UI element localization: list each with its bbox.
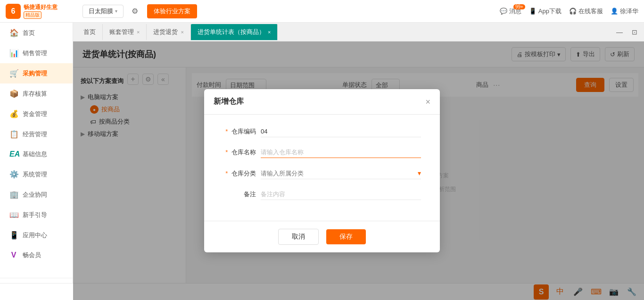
- sidebar-item-inventory[interactable]: 📦 库存核算: [0, 83, 73, 104]
- tab-account[interactable]: 账套管理 ×: [103, 24, 147, 40]
- warehouse-name-row: * 仓库名称: [223, 147, 421, 158]
- sidebar-label-finance: 资金管理: [23, 110, 47, 118]
- tab-bar-controls: — ⊡: [614, 26, 640, 38]
- user-avatar-icon: 👤: [611, 8, 618, 15]
- sidebar-label-basic-info: 基础信息: [23, 150, 47, 158]
- vip-icon: V: [9, 251, 18, 259]
- tab-close-purchase-stat[interactable]: ×: [268, 29, 271, 35]
- warehouse-category-label: * 仓库分类: [223, 169, 261, 178]
- warehouse-code-label: * 仓库编码: [223, 127, 261, 136]
- warehouse-note-input[interactable]: [261, 189, 421, 200]
- finance-icon: 💰: [9, 109, 18, 118]
- tab-maximize-icon[interactable]: ⊡: [629, 26, 640, 38]
- store-selector[interactable]: 日太阳膜 ▾: [83, 5, 124, 18]
- sidebar-item-basic-info[interactable]: EA 基础信息: [0, 144, 73, 164]
- tab-close-purchase-return[interactable]: ×: [181, 29, 183, 35]
- warehouse-code-input[interactable]: [261, 126, 421, 137]
- modal-body: * 仓库编码 * 仓库名称: [204, 115, 440, 221]
- cancel-button[interactable]: 取消: [278, 229, 319, 245]
- purchase-icon: 🛒: [9, 69, 18, 78]
- warehouse-category-row: * 仓库分类 ▾: [223, 167, 421, 179]
- logo-text: 畅捷通好生意 精品版: [24, 3, 58, 19]
- sidebar-item-operations[interactable]: 📋 经营管理: [0, 124, 73, 144]
- home-icon: 🏠: [9, 28, 18, 37]
- tab-minimize-icon[interactable]: —: [614, 26, 625, 38]
- sidebar-item-enterprise[interactable]: 🏢 企业协同: [0, 184, 73, 205]
- enterprise-icon: 🏢: [9, 190, 18, 199]
- message-icon: 💬: [500, 8, 507, 15]
- sidebar-label-sales: 销售管理: [23, 49, 47, 58]
- online-service-button[interactable]: 🎧 在线客服: [569, 7, 603, 16]
- tab-close-account[interactable]: ×: [137, 29, 140, 35]
- purchase-stat-tab-label: 进货单统计表（按商品）: [198, 28, 265, 36]
- sidebar-item-vip[interactable]: V 畅会员: [0, 245, 73, 265]
- app-center-icon: 📱: [9, 231, 18, 240]
- modal-close-button[interactable]: ×: [425, 98, 430, 106]
- sidebar-label-system: 系统管理: [23, 170, 47, 179]
- app-logo-icon: 6: [6, 4, 21, 19]
- sidebar-item-app-center[interactable]: 📱 应用中心: [0, 225, 73, 245]
- top-header: 6 畅捷通好生意 精品版 日太阳膜 ▾ ⚙ 体验行业方案 💬 消息 99+ 📱 …: [0, 0, 644, 23]
- warehouse-note-row: 备注: [223, 189, 421, 200]
- tab-purchase-stat[interactable]: 进货单统计表（按商品） ×: [191, 24, 278, 40]
- inventory-icon: 📦: [9, 89, 18, 98]
- app-download-button[interactable]: 📱 App下载: [529, 7, 561, 16]
- sidebar-item-finance[interactable]: 💰 资金管理: [0, 104, 73, 124]
- warehouse-category-select[interactable]: ▾: [261, 167, 421, 179]
- tab-bar: 首页 账套管理 × 进货退货 × 进货单统计表（按商品） × — ⊡: [73, 23, 644, 42]
- category-dropdown-icon[interactable]: ▾: [418, 169, 421, 177]
- page-area: 进货单统计(按商品) 🖨 按模板打印 ▾ ⬆ 导出 ↺ 刷新: [73, 42, 644, 300]
- modal-overlay: 新增仓库 × * 仓库编码 *: [73, 42, 644, 300]
- header-right: 💬 消息 99+ 📱 App下载 🎧 在线客服 👤 徐泽华: [500, 7, 638, 16]
- message-badge: 99+: [513, 4, 525, 9]
- home-tab-label: 首页: [83, 28, 96, 36]
- sales-icon: 📊: [9, 49, 18, 58]
- warehouse-name-label: * 仓库名称: [223, 148, 261, 157]
- logo-area: 6 畅捷通好生意 精品版: [6, 3, 79, 19]
- basic-info-icon: EA: [9, 150, 18, 158]
- modal-header: 新增仓库 ×: [204, 89, 440, 115]
- store-arrow-icon: ▾: [115, 8, 117, 14]
- mobile-icon: 📱: [529, 8, 537, 15]
- sidebar-label-inventory: 库存核算: [23, 90, 47, 98]
- logo-badge: 精品版: [24, 11, 41, 19]
- sidebar: 🏠 首页 📊 销售管理 🛒 采购管理 📦 库存核算 💰 资金管理 📋 经营管理 …: [0, 23, 73, 300]
- sidebar-item-guide[interactable]: 📖 新手引导: [0, 205, 73, 225]
- sidebar-item-sales[interactable]: 📊 销售管理: [0, 43, 73, 63]
- headset-icon: 🎧: [569, 8, 577, 15]
- sidebar-label-home: 首页: [23, 29, 35, 37]
- warehouse-note-label: 备注: [223, 190, 261, 199]
- modal-title: 新增仓库: [214, 97, 244, 107]
- messages-button[interactable]: 💬 消息 99+: [500, 7, 521, 16]
- tab-purchase-return[interactable]: 进货退货 ×: [147, 24, 190, 40]
- tab-home[interactable]: 首页: [77, 24, 103, 40]
- guide-icon: 📖: [9, 210, 18, 219]
- sidebar-label-purchase: 采购管理: [23, 69, 47, 78]
- warehouse-category-input[interactable]: [261, 170, 418, 177]
- sidebar-label-operations: 经营管理: [23, 130, 47, 139]
- main-content: 首页 账套管理 × 进货退货 × 进货单统计表（按商品） × — ⊡ 进货单统计…: [73, 23, 644, 300]
- settings-icon[interactable]: ⚙: [127, 4, 142, 19]
- sidebar-label-guide: 新手引导: [23, 211, 47, 219]
- store-name: 日太阳膜: [89, 7, 113, 16]
- save-button[interactable]: 保存: [326, 229, 366, 244]
- purchase-return-tab-label: 进货退货: [153, 28, 178, 36]
- sidebar-item-system[interactable]: ⚙️ 系统管理: [0, 164, 73, 184]
- modal-footer: 取消 保存: [204, 221, 440, 252]
- sidebar-label-vip: 畅会员: [23, 251, 41, 259]
- sidebar-label-enterprise: 企业协同: [23, 191, 47, 199]
- system-icon: ⚙️: [9, 170, 18, 179]
- new-warehouse-modal: 新增仓库 × * 仓库编码 *: [204, 89, 440, 252]
- sidebar-label-app-center: 应用中心: [23, 231, 47, 240]
- warehouse-name-input[interactable]: [261, 147, 421, 158]
- sidebar-item-home[interactable]: 🏠 首页: [0, 23, 73, 43]
- user-profile-button[interactable]: 👤 徐泽华: [611, 7, 638, 16]
- account-tab-label: 账套管理: [109, 28, 134, 36]
- trial-button[interactable]: 体验行业方案: [147, 4, 197, 18]
- warehouse-code-row: * 仓库编码: [223, 126, 421, 137]
- operations-icon: 📋: [9, 130, 18, 139]
- sidebar-item-purchase[interactable]: 🛒 采购管理: [0, 63, 73, 83]
